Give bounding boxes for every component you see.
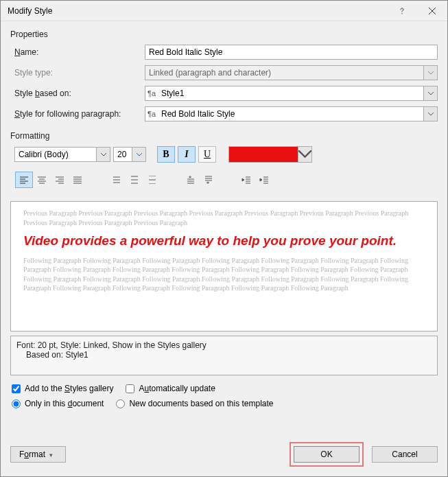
following-combo[interactable]: ¶a Red Bold Italic Style bbox=[145, 106, 438, 121]
auto-update-checkbox[interactable]: Automatically update bbox=[126, 384, 215, 393]
line-spacing-15-button[interactable] bbox=[125, 172, 143, 188]
paragraph-icon: ¶a bbox=[145, 110, 158, 118]
space-before-button[interactable] bbox=[181, 172, 199, 188]
align-justify-button[interactable] bbox=[69, 172, 86, 188]
name-label: Name: bbox=[10, 47, 141, 57]
paragraph-toolbar bbox=[10, 168, 438, 191]
line-spacing-2-button[interactable] bbox=[143, 172, 161, 188]
properties-label: Properties bbox=[10, 30, 438, 39]
bold-button[interactable]: B bbox=[157, 146, 175, 163]
increase-indent-button[interactable] bbox=[255, 172, 273, 188]
formatting-section: Calibri (Body) 20 B I U bbox=[10, 146, 438, 191]
sample-text: Video provides a powerful way to help yo… bbox=[23, 233, 425, 249]
style-type-label: Style type: bbox=[10, 68, 141, 78]
modify-style-dialog: Modify Style Properties Name: Style type… bbox=[0, 0, 448, 477]
chevron-down-icon[interactable] bbox=[132, 148, 145, 161]
dialog-title: Modify Style bbox=[8, 6, 387, 16]
italic-button[interactable]: I bbox=[178, 146, 196, 163]
font-name-combo[interactable]: Calibri (Body) bbox=[14, 147, 110, 162]
help-button[interactable] bbox=[387, 1, 417, 21]
chevron-down-icon bbox=[423, 66, 437, 80]
formatting-label: Formatting bbox=[10, 131, 438, 141]
style-description: Font: 20 pt, Style: Linked, Show in the … bbox=[10, 336, 438, 375]
cancel-button[interactable]: Cancel bbox=[372, 446, 438, 463]
chevron-down-icon[interactable] bbox=[298, 147, 311, 162]
align-center-button[interactable] bbox=[33, 172, 51, 188]
chevron-down-icon[interactable] bbox=[96, 148, 110, 161]
preview-pane: Previous Paragraph Previous Paragraph Pr… bbox=[10, 201, 438, 331]
close-button[interactable] bbox=[417, 1, 447, 21]
font-size-combo[interactable]: 20 bbox=[113, 147, 146, 162]
style-type-combo: Linked (paragraph and character) bbox=[145, 65, 438, 80]
dialog-footer: Format OK Cancel bbox=[1, 435, 447, 476]
font-color-picker[interactable] bbox=[228, 146, 312, 163]
underline-button[interactable]: U bbox=[198, 146, 216, 163]
description-line2: Based on: Style1 bbox=[16, 350, 432, 360]
name-input[interactable] bbox=[145, 45, 438, 60]
description-line1: Font: 20 pt, Style: Linked, Show in the … bbox=[16, 340, 432, 350]
line-spacing-1-button[interactable] bbox=[107, 172, 125, 188]
based-on-label: Style based on: bbox=[10, 89, 141, 98]
following-label: Style for following paragraph: bbox=[10, 109, 141, 119]
properties-grid: Name: Style type: Linked (paragraph and … bbox=[10, 45, 438, 121]
add-to-gallery-checkbox[interactable]: Add to the Styles gallery bbox=[12, 384, 113, 393]
space-after-button[interactable] bbox=[199, 172, 217, 188]
ok-highlight: OK bbox=[290, 442, 364, 467]
format-menu-button[interactable]: Format bbox=[10, 446, 66, 463]
align-right-button[interactable] bbox=[51, 172, 69, 188]
chevron-down-icon[interactable] bbox=[423, 107, 437, 121]
options-area: Add to the Styles gallery Automatically … bbox=[10, 384, 438, 408]
font-row: Calibri (Body) 20 B I U bbox=[10, 146, 438, 163]
only-this-document-radio[interactable]: Only in this document bbox=[12, 399, 104, 408]
ok-button[interactable]: OK bbox=[294, 446, 359, 463]
following-paragraph-text: Following Paragraph Following Paragraph … bbox=[23, 256, 425, 293]
paragraph-icon: ¶a bbox=[145, 89, 158, 97]
chevron-down-icon[interactable] bbox=[423, 86, 437, 100]
decrease-indent-button[interactable] bbox=[237, 172, 255, 188]
titlebar: Modify Style bbox=[1, 1, 447, 21]
align-left-button[interactable] bbox=[15, 172, 33, 188]
prev-paragraph-text: Previous Paragraph Previous Paragraph Pr… bbox=[23, 209, 425, 227]
dialog-content: Properties Name: Style type: Linked (par… bbox=[1, 21, 447, 435]
color-swatch bbox=[229, 147, 298, 162]
new-documents-radio[interactable]: New documents based on this template bbox=[116, 399, 273, 408]
based-on-combo[interactable]: ¶a Style1 bbox=[145, 86, 438, 101]
